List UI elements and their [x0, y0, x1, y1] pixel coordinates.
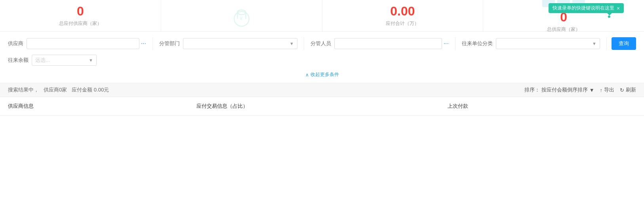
sort-button[interactable]: 排序： 按应付会额倒序排序 ▼	[524, 86, 594, 93]
export-button[interactable]: ↑ 导出	[600, 86, 615, 93]
person-label: 分管人员	[311, 40, 331, 47]
tooltip-text: 快速录单的快捷键说明在这里	[553, 5, 614, 11]
shortcut-tooltip: 快速录单的快捷键说明在这里 ×	[549, 3, 624, 13]
table-body	[0, 116, 644, 204]
filter-supplier: 供应商 ···	[8, 37, 153, 50]
filter-row-1: 供应商 ··· 分管部门 ▼ 分管人员 ··· 往来单位分类 ▼ 查询	[8, 37, 636, 50]
supplier-count: 供应商0家	[44, 86, 67, 93]
stat-label-suppliers: 总供应商（家）	[547, 26, 580, 33]
export-icon: ↑	[600, 87, 603, 93]
stat-payable-total: 0.00 应付合计（万）	[322, 0, 484, 31]
supplier-dots-btn[interactable]: ···	[141, 40, 146, 47]
filter-balance: 往来余额 远选... ▼	[8, 54, 103, 67]
col-header-supplier: 供应商信息	[8, 103, 196, 110]
export-label: 导出	[604, 86, 614, 93]
collapse-label: 收起更多条件	[311, 71, 339, 78]
stat-number-total: 0.00	[390, 4, 415, 18]
supplier-input[interactable]	[27, 38, 139, 49]
logo-icon: ¥	[230, 4, 253, 28]
department-select[interactable]: ▼	[183, 38, 297, 49]
search-button[interactable]: 查询	[612, 37, 636, 50]
filter-unit-category: 往来单位分类 ▼	[455, 37, 607, 50]
stats-bar: 0 总应付供应商（家） ¥ 0.00 应付合计（万） 快速录单的快捷键说明在这里…	[0, 0, 644, 32]
sort-value: 按应付会额倒序排序	[541, 86, 588, 93]
collapse-btn[interactable]: ∧ 收起更多条件	[305, 71, 339, 78]
refresh-icon: ↻	[620, 87, 624, 93]
filter-section: 供应商 ··· 分管部门 ▼ 分管人员 ··· 往来单位分类 ▼ 查询	[0, 32, 644, 83]
balance-placeholder: 远选...	[35, 57, 50, 64]
result-bar: 搜索结果中， 供应商0家 应付金额 0.00元 排序： 按应付会额倒序排序 ▼ …	[0, 83, 644, 97]
person-dots-btn[interactable]: ···	[444, 40, 449, 47]
sort-arrow-icon: ▼	[589, 87, 594, 93]
filter-department: 分管部门 ▼	[153, 37, 304, 50]
stat-total-suppliers-block: 快速录单的快捷键说明在这里 × 0 总供应商（家）	[483, 0, 644, 31]
balance-select[interactable]: 远选... ▼	[32, 55, 97, 66]
balance-arrow-icon: ▼	[89, 58, 93, 63]
refresh-button[interactable]: ↻ 刷新	[620, 86, 636, 93]
stat-number-payable: 0	[77, 4, 84, 18]
logo-block: ¥	[161, 0, 322, 31]
supplier-label: 供应商	[8, 40, 23, 47]
stat-label-payable: 总应付供应商（家）	[59, 20, 102, 27]
balance-label: 往来余额	[8, 57, 29, 64]
filter-person: 分管人员 ···	[304, 37, 455, 50]
stat-total-payable-suppliers: 0 总应付供应商（家）	[0, 0, 161, 31]
result-actions: 排序： 按应付会额倒序排序 ▼ ↑ 导出 ↻ 刷新	[524, 86, 636, 93]
refresh-label: 刷新	[626, 86, 636, 93]
unit-category-select[interactable]: ▼	[496, 38, 600, 49]
filter-row-2: 往来余额 远选... ▼	[8, 54, 636, 67]
search-result-label: 搜索结果中，	[8, 86, 39, 93]
table-header: 供应商信息 应付交易信息（占比） 上次付款	[0, 97, 644, 116]
col-header-last-payment: 上次付款	[448, 103, 636, 110]
svg-text:¥: ¥	[239, 16, 242, 21]
payable-amount: 应付金额 0.00元	[72, 86, 109, 93]
stat-label-total: 应付合计（万）	[386, 20, 419, 27]
collapse-chevron-icon: ∧	[305, 72, 309, 78]
unit-category-label: 往来单位分类	[462, 40, 493, 47]
department-arrow-icon: ▼	[290, 41, 294, 46]
sort-label: 排序：	[524, 86, 540, 93]
person-input[interactable]	[334, 38, 442, 49]
department-label: 分管部门	[159, 40, 180, 47]
unit-category-arrow-icon: ▼	[592, 41, 596, 46]
result-info: 搜索结果中， 供应商0家 应付金额 0.00元	[8, 86, 109, 93]
tooltip-close-btn[interactable]: ×	[617, 5, 620, 11]
tooltip-dot	[607, 15, 611, 19]
col-header-transaction: 应付交易信息（占比）	[196, 103, 448, 110]
collapse-row: ∧ 收起更多条件	[8, 70, 636, 79]
